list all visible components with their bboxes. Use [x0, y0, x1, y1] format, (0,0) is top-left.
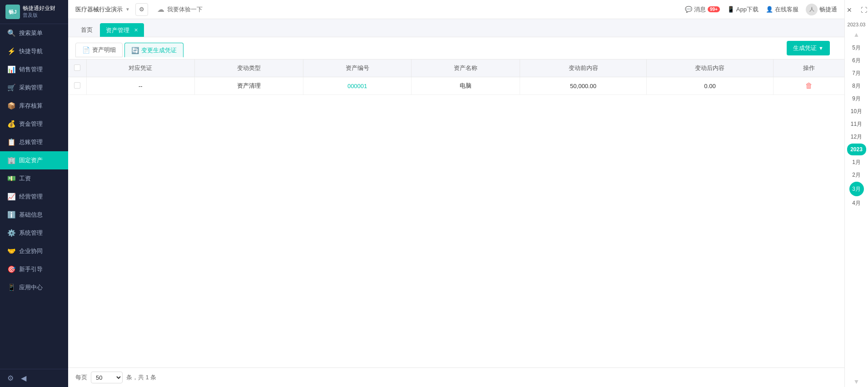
sidebar: 畅J 畅捷通好业财 普及版 🔍 搜索菜单 ⚡ 快捷导航 📊 销售管理 🛒 采购管…: [0, 0, 68, 387]
logo-title: 畅捷通好业财: [23, 5, 55, 12]
total-info: 条，共 1 条: [126, 373, 156, 382]
th-after-change: 变动后内容: [647, 60, 774, 77]
sidebar-item-basic-info[interactable]: ℹ️ 基础信息: [0, 206, 68, 224]
sidebar-item-label: 库存核算: [19, 102, 43, 110]
sidebar-item-inventory[interactable]: 📦 库存核算: [0, 97, 68, 115]
handshake-icon: 🤝: [7, 247, 15, 255]
online-service-button[interactable]: 👤 在线客服: [766, 5, 799, 14]
nav-up-button[interactable]: ▲: [852, 29, 862, 40]
collapse-icon[interactable]: ◀: [21, 374, 26, 382]
sidebar-item-salary[interactable]: 💵 工资: [0, 169, 68, 188]
phone-icon: 📱: [727, 6, 734, 13]
tab-asset-mgmt-label: 资产管理: [106, 26, 129, 35]
user-menu[interactable]: 人 畅捷通: [806, 4, 837, 15]
salary-icon: 💵: [7, 174, 15, 183]
gear-icon: ⚙: [139, 6, 144, 13]
box-icon: 📦: [7, 102, 15, 110]
trial-button[interactable]: ☁ 我要体验一下: [157, 5, 203, 14]
building-icon: 🏢: [7, 156, 15, 164]
sidebar-item-label: 资金管理: [19, 120, 43, 128]
month-7[interactable]: 7月: [848, 67, 865, 79]
footer-pagination: 每页 50 10 20 100 条，共 1 条: [68, 367, 844, 387]
month-3-current[interactable]: 3月: [849, 182, 864, 196]
right-panel-expand-button[interactable]: ⛶: [858, 4, 868, 16]
settings-button[interactable]: ⚙: [135, 3, 148, 16]
row-asset-name: 电脑: [412, 77, 520, 95]
tab-close-icon[interactable]: ✕: [134, 27, 138, 33]
sidebar-item-label: 快捷导航: [19, 47, 43, 55]
sidebar-item-label: 固定资产: [19, 156, 43, 164]
month-12[interactable]: 12月: [848, 131, 865, 143]
generate-btn-label: 生成凭证: [793, 44, 817, 52]
select-all-checkbox[interactable]: [74, 64, 80, 71]
month-8[interactable]: 8月: [848, 80, 865, 92]
message-button[interactable]: 💬 消息 99+: [685, 5, 720, 14]
month-1[interactable]: 1月: [848, 156, 865, 168]
row-operation: 🗑: [773, 77, 844, 95]
company-selector[interactable]: 医疗器械行业演示 ▼: [75, 5, 130, 14]
inner-tab-change-voucher[interactable]: 🔄 变更生成凭证: [124, 43, 184, 57]
per-page-select[interactable]: 50 10 20 100: [91, 372, 123, 383]
delete-row-button[interactable]: 🗑: [805, 82, 813, 89]
row-checkbox[interactable]: [74, 82, 80, 89]
row-checkbox-cell: [68, 77, 86, 95]
ledger-icon: 📋: [7, 138, 15, 146]
sidebar-item-search[interactable]: 🔍 搜索菜单: [0, 24, 68, 42]
tab-asset-mgmt[interactable]: 资产管理 ✕: [100, 23, 144, 37]
avatar: 人: [806, 4, 818, 15]
app-download-button[interactable]: 📱 App下载: [727, 5, 759, 14]
sidebar-menu: 🔍 搜索菜单 ⚡ 快捷导航 📊 销售管理 🛒 采购管理 📦 库存核算 💰 资金管…: [0, 24, 68, 369]
th-operation: 操作: [773, 60, 844, 77]
sidebar-item-label: 销售管理: [19, 65, 43, 74]
sidebar-item-label: 采购管理: [19, 84, 43, 92]
nav-down-button[interactable]: ▼: [852, 376, 862, 387]
right-panel-close-button[interactable]: ✕: [843, 4, 856, 16]
month-4[interactable]: 4月: [848, 197, 865, 209]
month-11[interactable]: 11月: [848, 118, 865, 130]
sidebar-item-label: 经营管理: [19, 193, 43, 201]
header-actions: 💬 消息 99+ 📱 App下载 👤 在线客服 人 畅捷通: [685, 4, 837, 15]
username: 畅捷通: [819, 5, 837, 14]
table-row: -- 资产清理 000001 电脑 50,000.00 0.00 🗑: [68, 77, 844, 95]
th-change-type: 变动类型: [195, 60, 303, 77]
cart-icon: 🛒: [7, 84, 15, 92]
tab-home[interactable]: 首页: [75, 23, 98, 37]
top-header: 医疗器械行业演示 ▼ ⚙ ☁ 我要体验一下 💬 消息 99+ 📱 App下载 👤…: [68, 0, 844, 19]
sidebar-item-sales[interactable]: 📊 销售管理: [0, 60, 68, 79]
sidebar-item-fixed-assets[interactable]: 🏢 固定资产: [0, 151, 68, 169]
sidebar-item-label: 基础信息: [19, 211, 43, 219]
month-9[interactable]: 9月: [848, 93, 865, 104]
row-after-change: 0.00: [647, 77, 774, 95]
sidebar-item-label: 应用中心: [19, 283, 43, 292]
sidebar-item-label: 工资: [19, 174, 31, 183]
th-asset-name: 资产名称: [412, 60, 520, 77]
generate-voucher-button[interactable]: 生成凭证 ▼: [787, 41, 830, 55]
apps-icon: 📱: [7, 283, 15, 292]
sidebar-item-purchase[interactable]: 🛒 采购管理: [0, 79, 68, 97]
sidebar-logo: 畅J 畅捷通好业财 普及版: [0, 0, 68, 24]
month-10[interactable]: 10月: [848, 105, 865, 117]
inner-tab-asset-detail[interactable]: 📄 资产明细: [75, 43, 123, 57]
sidebar-item-apps[interactable]: 📱 应用中心: [0, 278, 68, 297]
month-6[interactable]: 6月: [848, 55, 865, 66]
month-5[interactable]: 5月: [848, 42, 865, 54]
sidebar-item-funds[interactable]: 💰 资金管理: [0, 115, 68, 133]
info-icon: ℹ️: [7, 211, 15, 219]
sidebar-item-system[interactable]: ⚙️ 系统管理: [0, 224, 68, 242]
cloud-icon: ☁: [157, 5, 164, 14]
table-header-row: 对应凭证 变动类型 资产编号 资产名称 变动前内容 变动后内容 操作: [68, 60, 844, 77]
sidebar-item-enterprise[interactable]: 🤝 企业协同: [0, 242, 68, 260]
sidebar-item-quick-nav[interactable]: ⚡ 快捷导航: [0, 42, 68, 60]
inner-tabs-row: 📄 资产明细 🔄 变更生成凭证 生成凭证 ▼: [68, 37, 844, 60]
month-list: 5月 6月 7月 8月 9月 10月 11月 12月 2023 1月 2月 3月…: [845, 42, 868, 374]
sidebar-item-label: 企业协同: [19, 247, 43, 255]
month-2[interactable]: 2月: [848, 169, 865, 181]
row-voucher: --: [86, 77, 195, 95]
settings-bottom-icon[interactable]: ⚙: [7, 374, 14, 382]
lightning-icon: ⚡: [7, 47, 15, 55]
sidebar-item-guide[interactable]: 🎯 新手引导: [0, 260, 68, 278]
sidebar-item-operations[interactable]: 📈 经营管理: [0, 188, 68, 206]
inner-tabs-container: 📄 资产明细 🔄 变更生成凭证: [75, 39, 787, 57]
panel-year-label: 2023.03: [845, 20, 868, 29]
sidebar-item-ledger[interactable]: 📋 总账管理: [0, 133, 68, 151]
